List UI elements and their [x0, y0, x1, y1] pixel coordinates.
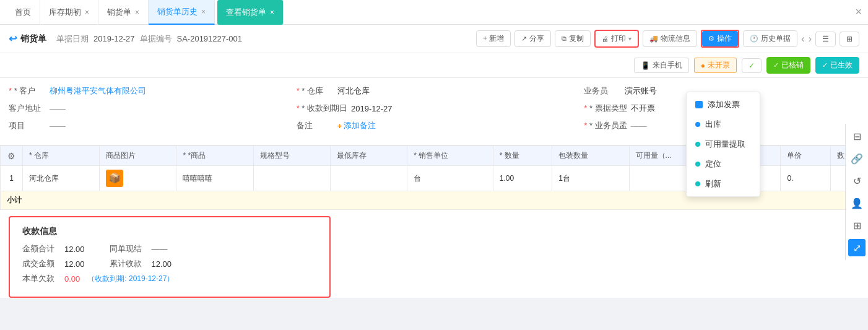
project-field: 项目 ——	[9, 120, 284, 131]
sold-button[interactable]: ✓ 已核销	[766, 57, 810, 74]
grid-view-button[interactable]: ⊞	[840, 32, 859, 46]
collection-row-1: 金额合计 12.00 同单现结 ——	[22, 243, 317, 254]
from-phone-button[interactable]: 📱 来自手机	[634, 58, 689, 73]
same-order-value: ——	[152, 245, 168, 254]
salesperson2-label: * 业务员孟	[584, 120, 627, 131]
form-title-text: 销货单	[20, 33, 46, 45]
deal-amount-value: 12.00	[64, 259, 85, 269]
copy-button[interactable]: ⧉ 复制	[555, 30, 591, 47]
payment-date-value: 2019-12-27	[351, 104, 393, 113]
check-button[interactable]: ✓	[742, 58, 762, 73]
row-product: 嘻嘻嘻嘻	[176, 166, 253, 191]
sidebar-icon-4[interactable]: 👤	[848, 194, 866, 212]
tab-view-sales-close[interactable]: ×	[270, 8, 274, 17]
tab-sales-history-label: 销货单历史	[157, 6, 197, 17]
row-warehouse: 河北仓库	[23, 166, 100, 191]
tab-home[interactable]: 首页	[6, 0, 40, 25]
prev-button[interactable]: ‹	[801, 33, 804, 45]
note-field: 备注 + 添加备注	[297, 120, 572, 131]
order-value: SA-20191227-001	[177, 34, 243, 43]
refresh-icon	[695, 181, 700, 186]
ticket-type-label: * 票据类型	[584, 103, 627, 114]
row-image: 📦	[100, 166, 176, 191]
logistics-button[interactable]: 🚚 物流信息	[643, 30, 697, 47]
total-amount-item: 金额合计 12.00	[22, 243, 85, 254]
operations-highlight: ⚙ 操作	[701, 30, 739, 48]
operations-button[interactable]: ⚙ 操作	[702, 31, 738, 46]
tab-sales-order[interactable]: 销货单 ×	[98, 0, 149, 25]
salesperson-value: 演示账号	[625, 85, 657, 97]
total-amount-value: 12.00	[64, 245, 85, 254]
ops-add-invoice[interactable]: 添加发票	[687, 95, 760, 115]
history-button[interactable]: 🕐 历史单据	[743, 30, 797, 47]
sidebar-icon-3[interactable]: ↺	[848, 172, 866, 189]
customer-value[interactable]: 柳州粤港平安气体有限公司	[50, 85, 146, 97]
accumulated-payment-value: 12.00	[152, 259, 172, 269]
customer-addr-label: 客户地址	[9, 103, 46, 114]
accumulated-payment-item: 累计收款 12.00	[110, 258, 172, 269]
effective-button[interactable]: ✓ 已生效	[815, 57, 859, 74]
sidebar-icon-1[interactable]: ⊟	[848, 128, 866, 145]
date-value: 2019-12-27	[93, 34, 135, 43]
sidebar-icon-expand[interactable]: ⤢	[848, 239, 866, 256]
row-spec	[253, 166, 330, 191]
toolbar2: 📱 来自手机 ● 未开票 ✓ ✓ 已核销 ✓ 已生效	[0, 53, 868, 78]
add-note-button[interactable]: + 添加备注	[337, 120, 376, 131]
customer-field: * 客户 柳州粤港平安气体有限公司	[9, 85, 284, 97]
outbound-icon	[695, 122, 700, 127]
add-invoice-icon	[695, 101, 703, 108]
operations-dropdown: 添加发票 出库 可用量提取 定位	[686, 92, 760, 197]
right-sidebar: ⊟ 🔗 ↺ 👤 ⊞ ⤢	[845, 124, 868, 260]
row-min-stock	[330, 166, 407, 191]
ops-qty-extract[interactable]: 可用量提取	[687, 134, 760, 154]
tab-sales-order-close[interactable]: ×	[135, 8, 139, 17]
col-image: 商品图片	[100, 146, 176, 166]
print-button[interactable]: 🖨 打印 ▾	[594, 30, 639, 48]
gear-icon[interactable]: ⚙	[7, 151, 15, 161]
tab-sales-history[interactable]: 销货单历史 ×	[149, 0, 215, 25]
tab-view-sales[interactable]: 查看销货单 ×	[217, 0, 284, 25]
balance-value: 0.00	[64, 274, 80, 284]
tab-sales-order-label: 销货单	[107, 7, 131, 18]
tab-inventory-init[interactable]: 库存期初 ×	[40, 0, 98, 25]
row-index: 1	[1, 166, 23, 191]
col-spec: 规格型号	[253, 146, 330, 166]
tab-inventory-init-close[interactable]: ×	[85, 8, 89, 17]
project-value: ——	[50, 121, 66, 131]
row-unit-price: 0.	[781, 166, 831, 191]
list-view-button[interactable]: ☰	[815, 32, 836, 46]
warehouse-field: * 仓库 河北仓库	[297, 85, 572, 97]
sidebar-icon-2[interactable]: 🔗	[848, 150, 866, 167]
new-button[interactable]: + 新增	[476, 30, 511, 47]
ops-locate[interactable]: 定位	[687, 154, 760, 174]
ticket-icon: ●	[701, 61, 705, 70]
collection-info: 收款信息 金额合计 12.00 同单现结 —— 成交金额 12.00 累计收款	[9, 216, 331, 298]
customer-label: * 客户	[9, 85, 46, 97]
col-config[interactable]: ⚙	[1, 146, 23, 166]
share-button[interactable]: ↗ 分享	[514, 30, 551, 47]
check-icon: ✓	[749, 61, 755, 70]
form-title: ↩ 销货单	[9, 33, 46, 45]
form-header-left: ↩ 销货单 单据日期 2019-12-27 单据编号 SA-20191227-0…	[9, 33, 242, 45]
salesperson2-value: ——	[631, 121, 647, 131]
ops-refresh[interactable]: 刷新	[687, 174, 760, 194]
next-button[interactable]: ›	[809, 33, 812, 45]
form-header: ↩ 销货单 单据日期 2019-12-27 单据编号 SA-20191227-0…	[0, 25, 868, 53]
ops-outbound[interactable]: 出库	[687, 115, 760, 134]
same-order-item: 同单现结 ——	[110, 243, 168, 254]
not-open-button[interactable]: ● 未开票	[694, 58, 737, 73]
salesperson-label: 业务员	[584, 85, 621, 97]
global-close-button[interactable]: ×	[855, 6, 862, 19]
row-sales-unit: 台	[407, 166, 493, 191]
col-unit-price: 单价	[781, 146, 831, 166]
tab-bar: 首页 库存期初 × 销货单 × 销货单历史 × 查看销货单 × ×	[0, 0, 868, 25]
col-package-qty: 包装数量	[552, 146, 629, 166]
form-title-icon: ↩	[9, 33, 17, 45]
sidebar-icon-5[interactable]: ⊞	[848, 217, 866, 234]
deal-amount-item: 成交金额 12.00	[22, 258, 85, 269]
payment-date-label: * 收款到期日	[297, 103, 347, 114]
tab-sales-history-close[interactable]: ×	[201, 7, 206, 16]
col-quantity: * 数量	[493, 146, 552, 166]
col-product: * *商品	[176, 146, 253, 166]
order-label: 单据编号	[140, 33, 172, 45]
